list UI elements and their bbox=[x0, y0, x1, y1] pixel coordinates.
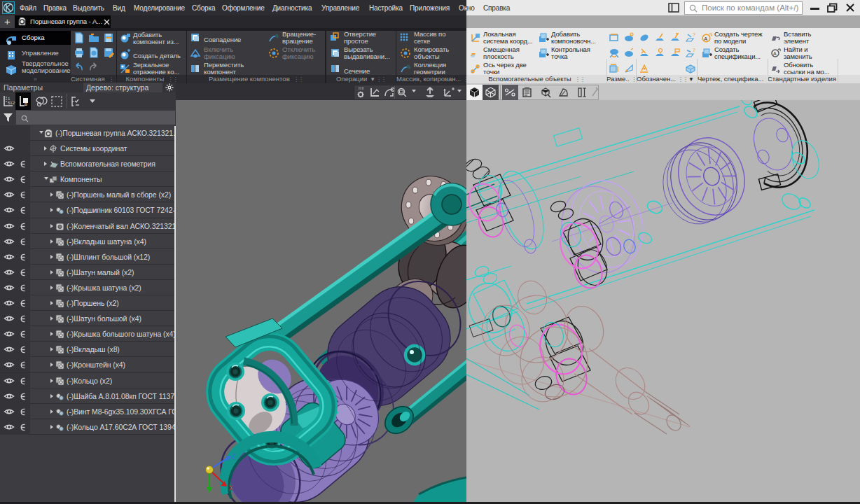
svg-text:Z: Z bbox=[232, 453, 236, 461]
svg-text:X: X bbox=[228, 484, 233, 492]
svg-text:512: 512 bbox=[8, 101, 15, 105]
svg-text:A: A bbox=[704, 36, 707, 42]
svg-text:?: ? bbox=[693, 48, 695, 52]
svg-text:?: ? bbox=[693, 32, 695, 37]
svg-text:A: A bbox=[773, 51, 777, 56]
svg-text:8: 8 bbox=[25, 102, 27, 106]
